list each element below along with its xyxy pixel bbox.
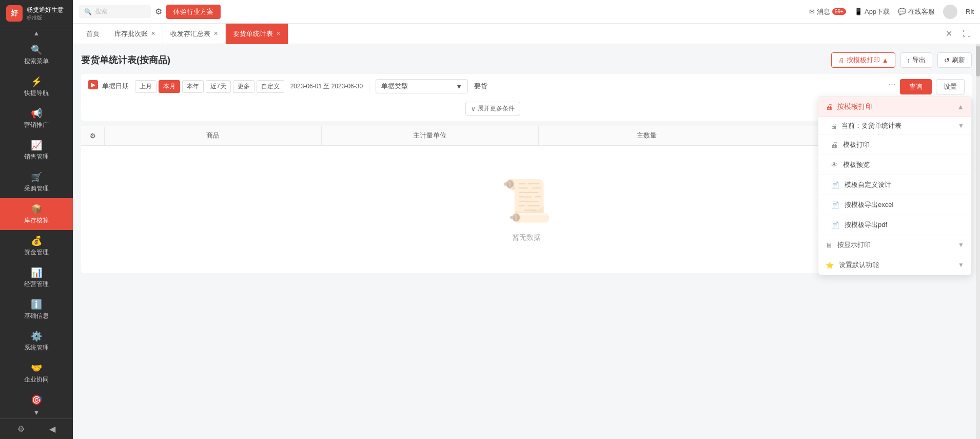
date-more-btn[interactable]: 更多: [233, 80, 254, 93]
marketing-icon: 📢: [31, 108, 42, 119]
search-icon: 🔍: [84, 8, 92, 15]
date-custom-btn[interactable]: 自定义: [257, 80, 284, 93]
message-icon: ✉: [809, 8, 815, 15]
date-last-7-days-btn[interactable]: 近7天: [206, 80, 231, 93]
date-filter-label: 单据日期: [102, 82, 129, 91]
dropdown-item-template-preview[interactable]: 👁 模板预览: [818, 155, 971, 175]
system-icon: ⚙️: [31, 331, 42, 342]
page-content: 要货单统计表(按商品) 🖨 按模板打印 ▲ ↑ 导出 ↺ 刷新: [73, 44, 980, 439]
refresh-btn[interactable]: ↺ 刷新: [937, 52, 972, 68]
tab-order-stats[interactable]: 要货单统计表 ✕: [226, 24, 288, 44]
expand-more-icon: ∨: [471, 105, 476, 112]
empty-text: 暂无数据: [512, 233, 541, 242]
dropdown-sub-display-print[interactable]: 🖥 按显示打印 ▼: [818, 235, 971, 255]
filter-row-1: 单据日期 上月 本月 本年 近7天 更多 自定义 2023-06-01 至 20…: [102, 79, 884, 93]
tab-close-inventory-batch[interactable]: ✕: [151, 30, 155, 37]
dropdown-current-template[interactable]: 🖨 当前：要货单统计表 ▼: [818, 117, 971, 135]
logo-text: 畅捷通好生意 标准版: [27, 6, 64, 22]
page-header: 要货单统计表(按商品) 🖨 按模板打印 ▲ ↑ 导出 ↺ 刷新: [81, 52, 972, 68]
current-template-icon: 🖨: [831, 122, 837, 130]
enterprise-icon: 🤝: [31, 362, 42, 374]
tab-close-all-icon[interactable]: ✕: [943, 28, 955, 40]
dropdown-item-export-excel[interactable]: 📄 按模板导出excel: [818, 195, 971, 215]
sidebar-item-sales[interactable]: 📈 销售管理: [0, 135, 73, 166]
dropdown-header-right: ▲: [957, 103, 964, 111]
sidebar-item-enterprise[interactable]: 🤝 企业协同: [0, 357, 73, 389]
right-scrollbar[interactable]: [976, 44, 980, 439]
tabbar-right-controls: ✕ ⛶: [943, 28, 974, 40]
table-settings-icon[interactable]: ⚙: [90, 132, 96, 140]
empty-illustration: 📜: [501, 177, 552, 225]
sidebar-scroll-up[interactable]: ▲: [0, 27, 73, 39]
topbar: 🔍 搜索 ⚙ 体验行业方案 ✉ 消息 99+ 📱 App下载 💬 在线客服 Ri…: [73, 0, 980, 24]
date-this-year-btn[interactable]: 本年: [182, 80, 204, 93]
sidebar-item-finance[interactable]: 💰 资金管理: [0, 230, 73, 262]
sidebar-item-basic-info[interactable]: ℹ️ 基础信息: [0, 294, 73, 326]
query-btn[interactable]: 查询: [900, 79, 932, 94]
sidebar-item-purchase[interactable]: 🛒 采购管理: [0, 166, 73, 198]
display-print-icon: 🖥: [826, 241, 832, 249]
dropdown-sub-left-default: ⭐ 设置默认功能: [826, 260, 879, 270]
dropdown-item-template-design[interactable]: 📄 模板自定义设计: [818, 175, 971, 195]
dropdown-sub-left-display: 🖥 按显示打印: [826, 240, 871, 250]
display-print-arrow: ▼: [958, 241, 964, 249]
tab-inventory-batch[interactable]: 库存批次账 ✕: [107, 24, 163, 44]
tab-close-receipt-summary[interactable]: ✕: [213, 30, 218, 37]
online-service-btn[interactable]: 💬 在线客服: [898, 7, 935, 16]
tab-home[interactable]: 首页: [79, 24, 107, 44]
sidebar-item-operations[interactable]: 📊 经营管理: [0, 262, 73, 294]
sidebar-item-system[interactable]: ⚙️ 系统管理: [0, 326, 73, 357]
main-content: 🔍 搜索 ⚙ 体验行业方案 ✉ 消息 99+ 📱 App下载 💬 在线客服 Ri…: [73, 0, 980, 439]
export-icon: ↑: [907, 56, 911, 64]
export-excel-item-icon: 📄: [831, 201, 839, 209]
sidebar-bottom: ⚙ ◀: [0, 418, 73, 439]
date-this-month-btn[interactable]: 本月: [159, 80, 180, 93]
tab-receipt-summary[interactable]: 收发存汇总表 ✕: [163, 24, 226, 44]
dropdown-up-icon[interactable]: ▲: [957, 103, 964, 111]
username[interactable]: Rit: [966, 8, 974, 15]
sidebar-settings-icon[interactable]: ⚙: [17, 424, 25, 434]
message-btn[interactable]: ✉ 消息 99+: [809, 7, 846, 16]
export-btn[interactable]: ↑ 导出: [900, 52, 933, 68]
order-type-label: 单据类型: [381, 82, 408, 91]
sidebar-item-guide[interactable]: 🎯 新手引导: [0, 389, 73, 407]
operations-icon: 📊: [31, 267, 42, 278]
dropdown-title: 🖨 按模板打印: [826, 102, 873, 111]
topbar-search[interactable]: 🔍 搜索: [79, 5, 151, 18]
basic-info-icon: ℹ️: [31, 299, 42, 310]
user-avatar[interactable]: [943, 5, 957, 19]
date-last-month-btn[interactable]: 上月: [135, 80, 156, 93]
expand-more-conditions-btn[interactable]: ∨ 展开更多条件: [465, 102, 520, 116]
topbar-gear-icon[interactable]: ⚙: [155, 7, 162, 16]
template-print-btn[interactable]: 🖨 按模板打印 ▲: [831, 52, 895, 68]
app-download-btn[interactable]: 📱 App下载: [854, 7, 890, 16]
service-icon: 💬: [898, 8, 906, 15]
th-unit: 主计量单位: [322, 126, 539, 145]
sidebar: 好 畅捷通好生意 标准版 ▲ 🔍 搜索菜单 ⚡ 快捷导航 📢 营销推广 📈 销售…: [0, 0, 73, 439]
tab-maximize-icon[interactable]: ⛶: [959, 28, 974, 40]
trial-btn[interactable]: 体验行业方案: [166, 5, 221, 19]
sidebar-item-inventory[interactable]: 📦 库存核算: [0, 198, 73, 230]
sidebar-scroll-down[interactable]: ▼: [0, 407, 73, 418]
dropdown-item-export-pdf[interactable]: 📄 按模板导出pdf: [818, 215, 971, 235]
th-settings[interactable]: ⚙: [81, 127, 105, 145]
filter-more-icon[interactable]: ···: [888, 79, 896, 94]
dropdown-item-template-print[interactable]: 🖨 模板打印: [818, 135, 971, 155]
sidebar-collapse-icon[interactable]: ◀: [49, 424, 55, 434]
order-type-select[interactable]: 单据类型 ▼: [376, 79, 468, 93]
sidebar-item-search-menu[interactable]: 🔍 搜索菜单: [0, 39, 73, 71]
dropdown-current-left: 🖨 当前：要货单统计表: [831, 121, 901, 130]
settings-filter-btn[interactable]: 设置: [936, 79, 965, 94]
template-design-item-icon: 📄: [831, 181, 839, 189]
sidebar-item-marketing[interactable]: 📢 营销推广: [0, 103, 73, 135]
guide-icon: 🎯: [31, 394, 42, 406]
dropdown-sub-set-default[interactable]: ⭐ 设置默认功能 ▼: [818, 255, 971, 275]
quick-nav-icon: ⚡: [31, 76, 42, 87]
filter-expand-icon[interactable]: ▶: [88, 80, 98, 89]
sidebar-item-quick-nav[interactable]: ⚡ 快捷导航: [0, 71, 73, 103]
tab-close-order-stats[interactable]: ✕: [276, 30, 281, 37]
template-print-item-icon: 🖨: [831, 141, 838, 149]
scrollbar-thumb: [976, 46, 980, 77]
th-quantity: 主数量: [539, 126, 756, 145]
template-preview-item-icon: 👁: [831, 161, 838, 169]
